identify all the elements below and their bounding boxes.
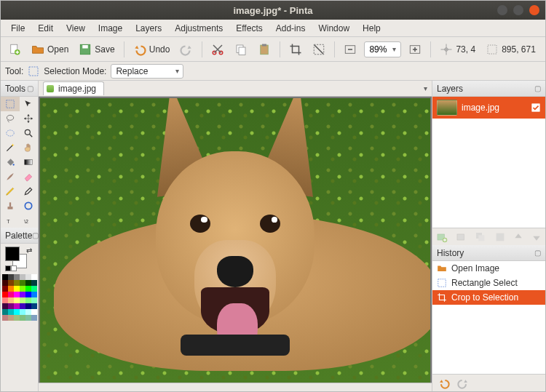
palette-color[interactable] <box>14 292 20 297</box>
palette-color[interactable] <box>20 315 25 321</box>
tool-eraser[interactable] <box>20 169 39 184</box>
tool-recolor[interactable] <box>20 199 39 213</box>
palette-color[interactable] <box>2 280 8 286</box>
palette-color[interactable] <box>14 280 20 286</box>
undo-button[interactable]: Undo <box>130 41 173 58</box>
menu-file[interactable]: File <box>5 21 31 36</box>
selection-mode-combo[interactable]: Replace <box>111 64 183 79</box>
tool-pan[interactable] <box>20 140 39 155</box>
palette-color[interactable] <box>2 309 8 315</box>
tool-ellipse-select[interactable] <box>1 126 20 140</box>
tool-move[interactable] <box>20 97 39 111</box>
palette-color[interactable] <box>25 309 31 315</box>
history-redo-button[interactable] <box>457 377 469 389</box>
palette-color[interactable] <box>8 309 14 315</box>
menu-effects[interactable]: Effects <box>230 21 268 36</box>
palette-color[interactable] <box>2 303 8 309</box>
paste-button[interactable] <box>255 41 274 58</box>
palette-color[interactable] <box>14 286 20 292</box>
layers-panel-header[interactable]: Layers ▢ <box>432 81 545 97</box>
zoom-combo[interactable]: 89% ▾ <box>364 41 401 57</box>
foreground-color-swatch[interactable] <box>5 247 20 261</box>
palette-color[interactable] <box>20 292 25 297</box>
palette-color[interactable] <box>25 286 31 292</box>
duplicate-layer-button[interactable] <box>475 231 486 243</box>
redo-button[interactable] <box>177 41 196 58</box>
horizontal-scrollbar[interactable] <box>39 383 432 391</box>
layer-visibility-checkbox[interactable] <box>531 103 541 113</box>
palette-color[interactable] <box>14 274 20 280</box>
tools-panel-header[interactable]: Tools ▢ <box>1 81 38 97</box>
palette-color[interactable] <box>8 280 14 286</box>
crop-button[interactable] <box>286 41 305 58</box>
palette-color[interactable] <box>2 315 8 321</box>
deselect-button[interactable] <box>309 41 328 58</box>
palette-color[interactable] <box>25 303 31 309</box>
cut-button[interactable] <box>208 41 227 58</box>
document-tab[interactable]: image.jpg <box>43 81 104 95</box>
palette-color[interactable] <box>8 303 14 309</box>
default-colors-icon[interactable] <box>5 265 17 271</box>
zoom-out-button[interactable] <box>341 41 360 58</box>
palette-color[interactable] <box>25 280 31 286</box>
tool-text[interactable]: T <box>1 213 20 228</box>
history-item-open-image[interactable]: Open Image <box>432 261 545 276</box>
menu-edit[interactable]: Edit <box>32 21 59 36</box>
palette-color[interactable] <box>2 286 8 292</box>
palette-color[interactable] <box>2 297 8 303</box>
delete-layer-button[interactable] <box>456 231 467 243</box>
color-swatches[interactable]: ⇄ <box>4 247 35 271</box>
palette-color[interactable] <box>20 286 25 292</box>
palette-color[interactable] <box>31 292 37 297</box>
palette-color[interactable] <box>20 297 25 303</box>
menu-adjustments[interactable]: Adjustments <box>169 21 229 36</box>
color-grid[interactable] <box>2 274 37 321</box>
palette-color[interactable] <box>8 315 14 321</box>
save-button[interactable]: Save <box>76 41 117 58</box>
copy-button[interactable] <box>232 41 250 58</box>
menu-image[interactable]: Image <box>92 21 128 36</box>
tool-brush[interactable] <box>1 169 20 184</box>
menu-help[interactable]: Help <box>357 21 387 36</box>
tool-pencil[interactable] <box>1 184 20 199</box>
palette-color[interactable] <box>31 286 37 292</box>
minimize-button[interactable] <box>497 5 507 15</box>
palette-color[interactable] <box>14 297 20 303</box>
palette-color[interactable] <box>14 309 20 315</box>
canvas-viewport[interactable] <box>39 97 432 391</box>
palette-color[interactable] <box>20 309 25 315</box>
tool-move-selection[interactable] <box>20 111 39 126</box>
palette-color[interactable] <box>31 303 37 309</box>
palette-panel-header[interactable]: Palette ▢ <box>1 228 38 244</box>
layer-down-button[interactable] <box>531 232 542 242</box>
tool-shapes[interactable]: \2 <box>20 213 39 228</box>
history-item-rectangle-select[interactable]: Rectangle Select <box>432 276 545 290</box>
palette-color[interactable] <box>8 297 14 303</box>
palette-color[interactable] <box>31 315 37 321</box>
layer-up-button[interactable] <box>513 232 523 242</box>
palette-color[interactable] <box>25 292 31 297</box>
palette-color[interactable] <box>2 292 8 297</box>
maximize-button[interactable] <box>513 5 523 15</box>
palette-color[interactable] <box>20 303 25 309</box>
close-button[interactable] <box>529 5 539 15</box>
tool-clone[interactable] <box>1 199 20 213</box>
tool-rectangle-select[interactable] <box>1 97 20 111</box>
menu-view[interactable]: View <box>60 21 91 36</box>
tool-magic-wand[interactable] <box>1 140 20 155</box>
palette-color[interactable] <box>31 297 37 303</box>
layer-row[interactable]: image.jpg <box>432 97 545 119</box>
zoom-in-button[interactable] <box>405 41 424 58</box>
open-button[interactable]: Open <box>28 41 71 58</box>
tool-color-picker[interactable] <box>20 184 39 199</box>
menu-addins[interactable]: Add-ins <box>270 21 312 36</box>
palette-color[interactable] <box>25 315 31 321</box>
menu-window[interactable]: Window <box>312 21 355 36</box>
history-panel-header[interactable]: History ▢ <box>432 245 545 261</box>
add-layer-button[interactable] <box>436 231 448 243</box>
palette-color[interactable] <box>8 292 14 297</box>
palette-color[interactable] <box>25 274 31 280</box>
history-undo-button[interactable] <box>438 377 450 389</box>
palette-color[interactable] <box>2 274 8 280</box>
palette-color[interactable] <box>31 280 37 286</box>
